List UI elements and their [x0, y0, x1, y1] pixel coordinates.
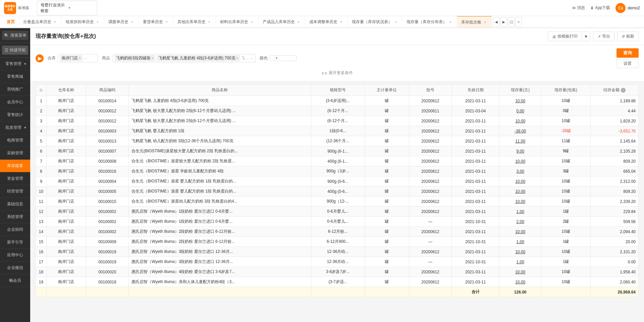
cell-qty[interactable]: 3.00	[499, 166, 541, 176]
cell-qty[interactable]: 1.00	[499, 257, 541, 267]
template-print-button[interactable]: 🖨 按模板打印	[548, 32, 582, 41]
nav-tabs-bar: 首页 分量盘点单历史 × 组装拆卸单历史 × 调拨单历史 × 要货单历史 × 其…	[0, 16, 644, 28]
sidebar-item-kucun[interactable]: 库存核算	[0, 160, 30, 172]
sidebar-item-pifa-label: 批发管理	[3, 125, 23, 130]
sidebar-item-lingshototnji[interactable]: 零售统计	[0, 109, 30, 121]
tab-kupi-close[interactable]: ×	[483, 20, 487, 24]
template-print-dropdown[interactable]: ▼	[582, 33, 590, 41]
setting-button[interactable]: 设置	[616, 59, 639, 68]
cell-spec: 3-6岁及7岁...	[311, 267, 365, 277]
cell-unit: 罐	[365, 197, 409, 207]
col-settings[interactable]: ⚙	[36, 85, 47, 96]
cell-qty[interactable]: 1.00	[499, 207, 541, 217]
tab-home[interactable]: 首页	[3, 16, 19, 28]
user-area[interactable]: Ea demo2	[615, 3, 640, 13]
tab-diaopo-close[interactable]: ×	[130, 19, 135, 24]
export-button[interactable]: ↗ 导出	[593, 32, 614, 41]
cell-qty[interactable]: 11.00	[499, 136, 541, 146]
sidebar-item-shangcheng[interactable]: 零售商城	[0, 70, 30, 83]
message-action[interactable]: ✉ 消息	[572, 5, 585, 11]
tab-chengben-close[interactable]: ×	[339, 19, 343, 24]
sidebar-item-jichu[interactable]: 基础信息	[0, 198, 30, 211]
cell-qty[interactable]: 1.00	[499, 237, 541, 247]
cell-qty[interactable]: 10.00	[499, 267, 541, 277]
refresh-button[interactable]: ↺ 刷新	[617, 32, 639, 41]
sidebar-item-yingyong[interactable]: 应用中心	[0, 249, 30, 262]
sidebar-item-lingshol[interactable]: 零售管理 ▼	[0, 58, 30, 70]
page-actions: 🖨 按模板打印 ▼ ↗ 导出 ↺ 刷新	[548, 32, 639, 41]
cell-qty[interactable]: 10.00	[499, 247, 541, 257]
product-tag-container[interactable]: 飞鹤奶粉3段四罐装 × 飞鹤星飞帆 儿童奶粉 4段(3-6岁适用) 700克 ×…	[112, 54, 256, 62]
tab-xiancun1-close[interactable]: ×	[393, 19, 398, 24]
quick-nav-button[interactable]: ☰ 快捷导航	[2, 46, 28, 55]
search-menu-button[interactable]: 🔍 搜索菜单	[2, 31, 28, 40]
cell-spec: (3-6岁适用)...	[311, 96, 365, 106]
tab-qita[interactable]: 其他出库单历史 ×	[173, 16, 216, 28]
cell-qty[interactable]: 10.00	[499, 277, 541, 287]
product-dots[interactable]: ···	[250, 56, 253, 61]
query-button[interactable]: 查询	[616, 48, 639, 58]
workspace-selector[interactable]: 母婴行业演示账套 ▼	[37, 1, 97, 15]
tab-zuzhuang-close[interactable]: ×	[95, 19, 100, 24]
tab-cailiao[interactable]: 材料出库单历史 ×	[216, 16, 259, 28]
tab-kupi[interactable]: 库存批次账 ×	[457, 16, 492, 28]
cell-qty[interactable]: 0.00	[499, 106, 541, 116]
cell-qty[interactable]: 10.00	[499, 96, 541, 106]
cell-qty[interactable]: 10.00	[499, 186, 541, 197]
filter-more-toggle[interactable]: ∨∨ 展开更多条件	[36, 68, 639, 78]
sidebar-item-yingxiao[interactable]: 营销推广	[0, 83, 30, 96]
cell-qty[interactable]: 9.00	[499, 146, 541, 156]
sidebar-item-xinshou[interactable]: 新手引导	[0, 236, 30, 249]
settings-icon[interactable]: ⚙	[39, 88, 44, 93]
tab-chancheng[interactable]: 产成品入库单历史 ×	[259, 16, 305, 28]
product-tag-1-text: 飞鹤奶粉3段四罐装	[116, 55, 151, 61]
sidebar-item-caigou[interactable]: 采购管理	[0, 147, 30, 160]
tab-fenliang-close[interactable]: ×	[53, 19, 57, 24]
cell-qty[interactable]: 10.00	[499, 176, 541, 186]
product-tag-1-remove[interactable]: ×	[152, 56, 154, 60]
sidebar-item-xitong[interactable]: 系统管理	[0, 211, 30, 223]
cell-unit: 罐	[365, 156, 409, 166]
filter-expand-button[interactable]: ▶	[36, 54, 44, 62]
sidebar-item-dianshang[interactable]: 电商管理	[0, 134, 30, 147]
warehouse-dots[interactable]: ···	[84, 56, 87, 61]
cell-code: 00100008	[86, 156, 128, 166]
sidebar-item-pifa[interactable]: 批发管理 ▼	[0, 121, 30, 134]
tab-zuzhuang[interactable]: 组装拆卸单历史 ×	[62, 16, 104, 28]
cell-qty[interactable]: 10.00	[499, 227, 541, 237]
tab-chancheng-close[interactable]: ×	[296, 19, 301, 24]
tab-chengben[interactable]: 成本调整单历史 ×	[305, 16, 348, 28]
table-row: 17 南岸门店 00100019 惠氏启智（Wyeth illuma）3段奶粉 …	[36, 257, 639, 267]
cell-qty[interactable]: 10.00	[499, 156, 541, 166]
tab-yaohuo[interactable]: 要货单历史 ×	[139, 16, 173, 28]
tab-qita-close[interactable]: ×	[207, 19, 212, 24]
amount-info-icon[interactable]: i	[621, 88, 626, 93]
tab-diaopo[interactable]: 调拨单历史 ×	[104, 16, 139, 28]
tab-yaohuo-close[interactable]: ×	[164, 19, 169, 24]
tab-prev-arrow[interactable]: ◀	[493, 17, 500, 26]
cell-qty[interactable]: -39.00	[499, 126, 541, 136]
sidebar-item-jingying[interactable]: 经营管理	[0, 185, 30, 198]
cell-qty[interactable]: 10.00	[499, 116, 541, 126]
tab-next-arrow[interactable]: ▶	[500, 17, 507, 26]
cell-qty[interactable]: 2.00	[499, 217, 541, 227]
product-tag-2-remove[interactable]: ×	[236, 56, 238, 60]
warehouse-tag-container[interactable]: 南岸门店 × ···	[58, 54, 98, 62]
tab-close-all[interactable]: ×	[515, 17, 522, 26]
tab-cailiao-close[interactable]: ×	[250, 19, 254, 24]
app-download-action[interactable]: ⬇ App下载	[590, 5, 610, 11]
cell-qty[interactable]: 10.00	[499, 197, 541, 207]
tab-xiancun2[interactable]: 现存量（库存分布表） ×	[402, 16, 457, 28]
tab-fenliang[interactable]: 分量盘点单历史 ×	[19, 16, 62, 28]
color-filter-container[interactable]: ▼	[270, 55, 297, 61]
sidebar-item-zijin[interactable]: 资金管理	[0, 172, 30, 185]
cell-amount: 2,339.20	[590, 197, 638, 207]
warehouse-tag-remove[interactable]: ×	[79, 56, 81, 60]
tab-restore[interactable]: ⬜	[508, 17, 515, 26]
tab-xiancun2-close[interactable]: ×	[448, 19, 453, 24]
sidebar-item-huiyuan[interactable]: 会员中心	[0, 96, 30, 109]
sidebar-item-changhui[interactable]: 畅会员	[0, 274, 30, 287]
tab-xiancun1[interactable]: 现存量（库存状况表） ×	[348, 16, 402, 28]
sidebar-item-weixin[interactable]: 企业微信	[0, 262, 30, 274]
sidebar-item-qiye[interactable]: 企业协同	[0, 223, 30, 236]
